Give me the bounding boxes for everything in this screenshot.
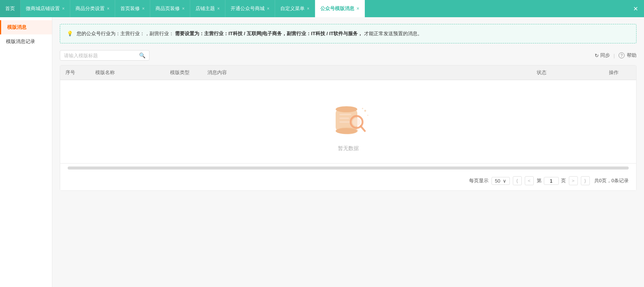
sync-button[interactable]: ↻ 同步 xyxy=(595,52,610,59)
nav-tab-template-msg-close[interactable]: × xyxy=(357,6,359,11)
total-text: 共0页，0条记录 xyxy=(594,177,629,184)
nav-tab-home-label: 首页 xyxy=(5,5,15,12)
sidebar: 模版消息 模版消息记录 xyxy=(0,17,52,287)
svg-point-12 xyxy=(362,108,363,109)
nav-tab-homepage-close[interactable]: × xyxy=(142,6,145,11)
sync-icon: ↻ xyxy=(595,53,599,58)
help-label: 帮助 xyxy=(627,52,637,59)
nav-tab-product-page[interactable]: 商品页装修 × xyxy=(150,0,190,17)
notice-icon: 💡 xyxy=(67,31,73,36)
nav-tab-mall[interactable]: 开通公众号商城 × xyxy=(225,0,275,17)
svg-point-2 xyxy=(336,106,357,112)
search-input-wrap[interactable]: 🔍 xyxy=(60,50,150,61)
nav-tab-product-page-close[interactable]: × xyxy=(182,6,185,11)
th-seq: 序号 xyxy=(60,65,90,80)
nav-tab-theme[interactable]: 店铺主题 × xyxy=(190,0,225,17)
svg-rect-6 xyxy=(339,121,351,123)
nav-tab-category-close[interactable]: × xyxy=(107,6,110,11)
first-page-icon: ⟨ xyxy=(516,178,518,184)
sidebar-item-template-msg-record[interactable]: 模版消息记录 xyxy=(0,34,52,49)
top-navigation: 首页 微商城店铺设置 × 商品分类设置 × 首页装修 × 商品页装修 × 店铺主… xyxy=(0,0,644,17)
nav-tab-store-settings[interactable]: 微商城店铺设置 × xyxy=(21,0,70,17)
close-all-button[interactable]: ✕ xyxy=(627,5,644,12)
svg-point-8 xyxy=(352,118,361,126)
notice-prefix: 您的公众号行业为：主营行业：，副营行业： xyxy=(77,31,174,36)
nav-tab-template-msg[interactable]: 公众号模版消息 × xyxy=(315,0,365,17)
svg-point-11 xyxy=(367,115,368,116)
svg-line-9 xyxy=(361,126,365,131)
sidebar-item-template-msg[interactable]: 模版消息 xyxy=(0,20,52,34)
sync-label: 同步 xyxy=(600,52,610,59)
page-size-value: 50 xyxy=(495,178,500,184)
nav-tab-theme-close[interactable]: × xyxy=(217,6,220,11)
nav-tab-theme-label: 店铺主题 xyxy=(195,5,215,12)
th-name: 模版名称 xyxy=(90,65,165,80)
svg-point-10 xyxy=(364,110,366,112)
main-layout: 模版消息 模版消息记录 💡 您的公众号行业为：主营行业：，副营行业： 需要设置为… xyxy=(0,17,644,287)
search-icon[interactable]: 🔍 xyxy=(139,52,145,58)
table-header: 序号 模版名称 模版类型 消息内容 状态 操作 xyxy=(60,65,636,80)
th-status: 状态 xyxy=(531,65,591,80)
th-type: 模版类型 xyxy=(165,65,202,80)
page-size-label: 每页显示 xyxy=(469,177,489,184)
fake-scrollbar[interactable] xyxy=(68,167,629,170)
search-input[interactable] xyxy=(64,53,139,58)
svg-rect-5 xyxy=(339,117,349,119)
search-bar: 🔍 ↻ 同步 | ? 帮助 xyxy=(60,50,637,61)
nav-tab-homepage-label: 首页装修 xyxy=(120,5,140,12)
svg-point-3 xyxy=(336,128,357,134)
page-number-input[interactable] xyxy=(544,177,559,185)
nav-tab-menu[interactable]: 自定义菜单 × xyxy=(275,0,315,17)
nav-tab-mall-close[interactable]: × xyxy=(267,6,269,11)
nav-tab-mall-label: 开通公众号商城 xyxy=(231,5,265,12)
close-all-icon: ✕ xyxy=(633,5,638,12)
page-input-group: 第 页 xyxy=(537,177,566,185)
empty-illustration xyxy=(326,95,371,140)
page-unit: 页 xyxy=(561,177,566,184)
nav-tab-template-msg-label: 公众号模版消息 xyxy=(320,5,354,12)
last-page-icon: ⟩ xyxy=(584,178,586,184)
nav-tab-homepage[interactable]: 首页装修 × xyxy=(115,0,150,17)
th-content: 消息内容 xyxy=(202,65,531,80)
chevron-down-icon: ∨ xyxy=(503,178,506,184)
nav-tab-category-label: 商品分类设置 xyxy=(76,5,105,12)
next-page-button[interactable]: ＞ xyxy=(569,176,578,185)
nav-tab-home[interactable]: 首页 xyxy=(0,0,21,17)
sidebar-item-template-msg-label: 模版消息 xyxy=(7,24,27,30)
sidebar-item-template-msg-record-label: 模版消息记录 xyxy=(6,39,35,44)
first-page-button[interactable]: ⟨ xyxy=(513,176,522,185)
notice-box: 💡 您的公众号行业为：主营行业：，副营行业： 需要设置为：主营行业：IT科技 /… xyxy=(60,24,637,43)
help-circle-icon: ? xyxy=(619,52,625,58)
prev-page-button[interactable]: ＜ xyxy=(525,176,534,185)
nav-tab-product-page-label: 商品页装修 xyxy=(155,5,180,12)
empty-text: 暂无数据 xyxy=(338,145,359,152)
search-actions: ↻ 同步 | ? 帮助 xyxy=(595,52,637,59)
page-label: 第 xyxy=(537,177,542,184)
help-button[interactable]: ? 帮助 xyxy=(619,52,637,59)
nav-tab-store-settings-close[interactable]: × xyxy=(62,6,65,11)
data-table: 序号 模版名称 模版类型 消息内容 状态 操作 xyxy=(60,65,637,191)
main-content: 💡 您的公众号行业为：主营行业：，副营行业： 需要设置为：主营行业：IT科技 /… xyxy=(52,17,644,287)
notice-highlight: 需要设置为：主营行业：IT科技 / 互联网|电子商务，副营行业：IT科技 / I… xyxy=(175,31,363,36)
last-page-button[interactable]: ⟩ xyxy=(581,176,590,185)
svg-rect-4 xyxy=(339,114,351,115)
nav-tab-category[interactable]: 商品分类设置 × xyxy=(70,0,115,17)
nav-tab-menu-close[interactable]: × xyxy=(307,6,309,11)
notice-suffix: 才能正常发送预置的消息。 xyxy=(364,31,422,36)
nav-tab-menu-label: 自定义菜单 xyxy=(280,5,305,12)
next-page-icon: ＞ xyxy=(571,177,576,184)
page-size-select[interactable]: 50 ∨ xyxy=(492,177,509,185)
prev-page-icon: ＜ xyxy=(527,177,531,184)
nav-tab-store-settings-label: 微商城店铺设置 xyxy=(26,5,60,12)
empty-state: 暂无数据 xyxy=(60,80,636,163)
scrollbar-area xyxy=(60,163,636,172)
divider: | xyxy=(614,53,615,58)
pagination: 每页显示 50 ∨ ⟨ ＜ 第 页 ＞ xyxy=(60,172,636,190)
th-action: 操作 xyxy=(591,65,636,80)
